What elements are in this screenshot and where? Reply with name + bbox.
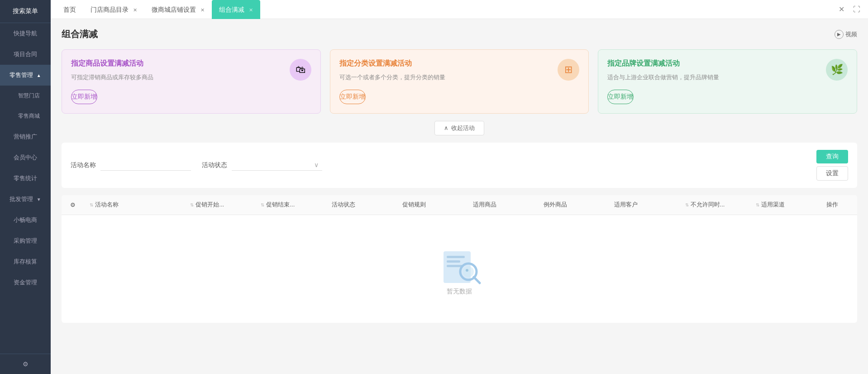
th-gear[interactable]: ⚙: [62, 201, 84, 208]
th-applicable-goods: 适用商品: [467, 201, 538, 209]
sidebar-item-smart-store[interactable]: 智慧门店: [0, 86, 51, 106]
svg-rect-1: [447, 256, 465, 258]
sidebar-item-quick-nav[interactable]: 快捷导航: [0, 23, 51, 44]
close-window-btn[interactable]: ✕: [835, 4, 847, 15]
sidebar-item-retail-mgmt[interactable]: 零售管理 ▲: [0, 65, 51, 86]
tab-bar: 首页 门店商品目录 ✕ 微商城店铺设置 ✕ 组合满减 ✕ ✕ ⛶: [51, 0, 868, 19]
sort-icon-end: ⇅: [261, 202, 264, 207]
sidebar-item-project-contract[interactable]: 项目合同: [0, 44, 51, 65]
th-promo-start[interactable]: ⇅ 促销开始...: [185, 201, 255, 209]
sidebar-item-purchase-mgmt[interactable]: 采购管理: [0, 230, 51, 251]
th-activity-status: 活动状态: [326, 201, 397, 209]
page-header: 组合满减 ▶ 视频: [62, 28, 857, 40]
sidebar-item-xc-ecommerce[interactable]: 小畅电商: [0, 210, 51, 230]
sort-icon-channel: ⇅: [756, 202, 759, 207]
th-promo-end[interactable]: ⇅ 促销结束...: [255, 201, 326, 209]
main-content: 首页 门店商品目录 ✕ 微商城店铺设置 ✕ 组合满减 ✕ ✕ ⛶ 组合满减 ▶ …: [51, 0, 868, 374]
collapse-icon: ∧: [444, 125, 448, 131]
setting-btn[interactable]: 设置: [816, 166, 848, 181]
wholesale-arrow: ▼: [37, 197, 41, 202]
page-content: 组合满减 ▶ 视频 指定商品设置满减活动 🛍 可指定滞销商品或库存较多商品 立即…: [51, 19, 868, 374]
brand-card-icon: 🌿: [826, 59, 848, 81]
sidebar-item-wholesale-mgmt[interactable]: 批发管理 ▼: [0, 189, 51, 210]
sidebar-search[interactable]: 搜索菜单: [0, 0, 51, 23]
sidebar-item-finance[interactable]: 资金管理: [0, 272, 51, 293]
product-card-desc: 可指定滞销商品或库存较多商品: [71, 73, 311, 82]
svg-point-7: [466, 269, 468, 272]
brand-card-desc: 适合与上游企业联合做营销，提升品牌销量: [607, 73, 848, 82]
gear-icon: ⚙: [23, 360, 29, 368]
tab-store-catalog[interactable]: 门店商品目录 ✕: [83, 0, 144, 19]
tab-close-store-catalog[interactable]: ✕: [133, 7, 137, 13]
sort-icon-start: ⇅: [190, 202, 194, 207]
product-card-add-btn[interactable]: 立即新增: [71, 90, 97, 104]
svg-rect-2: [447, 260, 460, 263]
empty-state: 暂无数据: [62, 215, 857, 323]
tab-wechat-store[interactable]: 微商城店铺设置 ✕: [144, 0, 212, 19]
th-action: 操作: [821, 201, 857, 209]
table-settings-icon: ⚙: [70, 201, 76, 208]
brand-card-title: 指定品牌设置满减活动: [607, 59, 848, 68]
category-card-title: 指定分类设置满减活动: [339, 59, 580, 68]
query-btn[interactable]: 查询: [816, 150, 848, 163]
empty-illustration: [432, 242, 486, 288]
product-card-icon: 🛍: [290, 59, 311, 81]
search-actions: 查询 设置: [816, 150, 848, 181]
tab-home[interactable]: 首页: [56, 0, 83, 19]
sidebar-item-retail-mall[interactable]: 零售商城: [0, 106, 51, 126]
th-applicable-channel[interactable]: ⇅ 适用渠道: [750, 201, 821, 209]
tab-close-wechat-store[interactable]: ✕: [200, 7, 205, 13]
sort-icon-concurrent: ⇅: [685, 202, 689, 207]
category-card-icon: ⊞: [558, 59, 579, 81]
play-icon: ▶: [835, 30, 844, 39]
th-applicable-customer: 适用客户: [609, 201, 679, 209]
expand-window-btn[interactable]: ⛶: [851, 4, 863, 15]
category-card-add-btn[interactable]: 立即新增: [339, 90, 366, 104]
activity-card-category: 指定分类设置满减活动 ⊞ 可选一个或者多个分类，提升分类的销量 立即新增: [330, 49, 589, 114]
chevron-down-icon: ∨: [314, 161, 319, 168]
collapse-activities-btn[interactable]: ∧ 收起活动: [434, 121, 484, 135]
sidebar-item-marketing[interactable]: 营销推广: [0, 126, 51, 147]
table-header: ⚙ ⇅ 活动名称 ⇅ 促销开始... ⇅ 促销结束... 活动状态: [62, 195, 857, 215]
th-promo-rule: 促销规则: [397, 201, 467, 209]
activity-card-product: 指定商品设置满减活动 🛍 可指定滞销商品或库存较多商品 立即新增: [62, 49, 321, 114]
product-card-title: 指定商品设置满减活动: [71, 59, 311, 68]
tab-close-combo-discount[interactable]: ✕: [249, 7, 253, 13]
sidebar-settings[interactable]: ⚙: [0, 354, 51, 374]
svg-rect-3: [447, 265, 463, 267]
activity-cards: 指定商品设置满减活动 🛍 可指定滞销商品或库存较多商品 立即新增 指定分类设置满…: [62, 49, 857, 114]
activity-name-label: 活动名称: [71, 161, 96, 169]
collapse-bar: ∧ 收起活动: [62, 121, 857, 135]
table-container: ⚙ ⇅ 活动名称 ⇅ 促销开始... ⇅ 促销结束... 活动状态: [62, 195, 857, 323]
brand-card-add-btn[interactable]: 立即新增: [607, 90, 634, 104]
svg-line-6: [474, 277, 480, 283]
sidebar: 搜索菜单 快捷导航 项目合同 零售管理 ▲ 智慧门店 零售商城 营销推广 会员中…: [0, 0, 51, 374]
activity-name-input[interactable]: [100, 159, 191, 171]
tab-combo-discount[interactable]: 组合满减 ✕: [212, 0, 260, 19]
sidebar-item-inventory[interactable]: 库存核算: [0, 251, 51, 272]
video-link[interactable]: ▶ 视频: [835, 30, 857, 39]
activity-status-field: 活动状态 ∨: [202, 159, 322, 171]
search-bar: 活动名称 活动状态 ∨ 查询 设置: [62, 143, 857, 188]
th-activity-name[interactable]: ⇅ 活动名称: [84, 201, 185, 209]
sort-icon: ⇅: [90, 202, 93, 207]
activity-status-label: 活动状态: [202, 161, 227, 169]
page-title: 组合满减: [62, 28, 98, 40]
svg-point-5: [463, 266, 474, 277]
retail-mgmt-arrow: ▲: [37, 73, 41, 78]
th-no-concurrent[interactable]: ⇅ 不允许同时...: [680, 201, 750, 209]
activity-card-brand: 指定品牌设置满减活动 🌿 适合与上游企业联合做营销，提升品牌销量 立即新增: [598, 49, 857, 114]
activity-name-field: 活动名称: [71, 159, 191, 171]
category-card-desc: 可选一个或者多个分类，提升分类的销量: [339, 73, 580, 82]
sidebar-item-retail-stats[interactable]: 零售统计: [0, 168, 51, 189]
sidebar-item-members[interactable]: 会员中心: [0, 147, 51, 168]
tab-bar-actions: ✕ ⛶: [835, 4, 863, 15]
th-exception-goods: 例外商品: [538, 201, 609, 209]
activity-status-select[interactable]: ∨: [232, 159, 322, 171]
empty-text: 暂无数据: [447, 288, 472, 296]
